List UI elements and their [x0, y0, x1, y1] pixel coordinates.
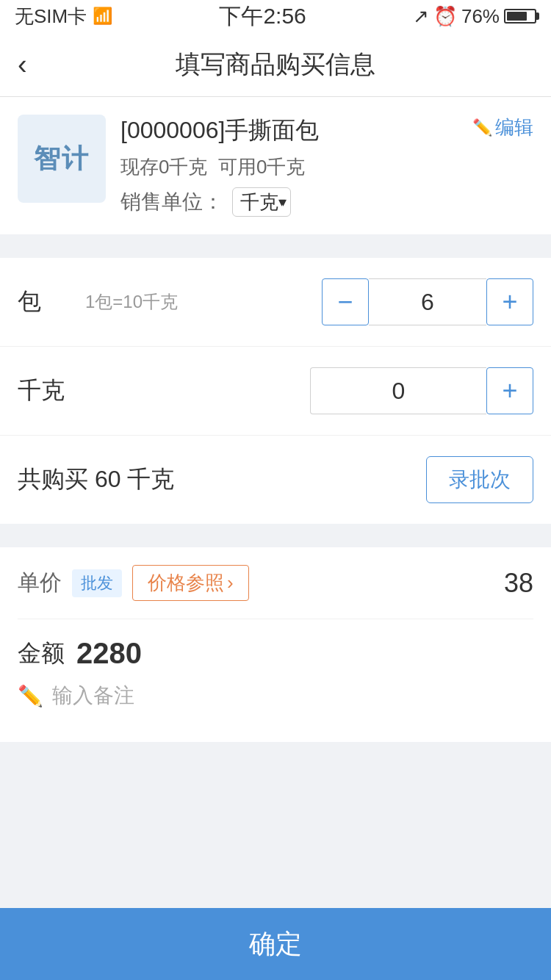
available-label: 可用0千克: [218, 156, 305, 178]
amount-section: 金额 2280 ✏️ 输入备注: [0, 619, 551, 742]
unit-select[interactable]: 千克: [232, 187, 291, 217]
quantity-bao-control: − 6 +: [322, 278, 533, 325]
price-value: 38: [504, 568, 533, 599]
quantity-kg-label: 千克: [18, 375, 76, 407]
unit-select-wrapper[interactable]: 千克 ▾: [232, 187, 291, 217]
alarm-icon: ⏰: [433, 5, 457, 28]
quantity-kg-plus[interactable]: +: [486, 367, 533, 414]
price-row: 单价 批发 价格参照 › 38: [18, 565, 533, 619]
amount-label: 金额: [18, 638, 65, 670]
product-unit-row: 销售单位： 千克 ▾: [120, 187, 533, 217]
summary-text: 共购买 60 千克: [18, 464, 174, 496]
remark-placeholder: 输入备注: [52, 682, 134, 710]
price-batch-tag: 批发: [72, 569, 122, 597]
quantity-bao-hint: 1包=10千克: [85, 290, 322, 314]
battery-fill: [507, 12, 527, 21]
stock-label: 现存0千克: [120, 156, 207, 178]
quantity-bao-minus[interactable]: −: [322, 278, 369, 325]
divider-1: [0, 246, 551, 258]
quantity-bao-plus[interactable]: +: [486, 278, 533, 325]
nav-bar: ‹ 填写商品购买信息: [0, 32, 551, 97]
carrier-label: 无SIM卡: [15, 4, 87, 29]
wifi-icon: 📶: [93, 7, 112, 26]
product-image: 智计: [18, 115, 106, 203]
battery-icon: [504, 9, 536, 24]
divider-2: [0, 536, 551, 547]
status-time: 下午2:56: [219, 1, 306, 32]
price-section: 单价 批发 价格参照 › 38: [0, 547, 551, 619]
summary-amount: 60: [95, 466, 121, 492]
product-info: [0000006]手撕面包 现存0千克 可用0千克 销售单位： 千克 ▾: [120, 115, 533, 217]
quantity-section: 包 1包=10千克 − 6 + 千克 0 +: [0, 258, 551, 436]
status-left: 无SIM卡 📶: [15, 4, 112, 29]
quantity-kg-control: 0 +: [310, 367, 533, 414]
price-ref-button[interactable]: 价格参照 ›: [132, 565, 249, 601]
price-label: 单价: [18, 568, 62, 598]
quantity-bao-row: 包 1包=10千克 − 6 +: [0, 258, 551, 347]
location-icon: ↗: [413, 5, 429, 28]
page-title: 填写商品购买信息: [176, 48, 375, 82]
amount-row: 金额 2280: [18, 637, 533, 682]
product-stock: 现存0千克 可用0千克: [120, 154, 533, 180]
summary-prefix: 共购买: [18, 466, 88, 492]
product-edit-button[interactable]: ✏️ 编辑: [472, 115, 533, 140]
amount-value: 2280: [76, 637, 142, 670]
edit-label: 编辑: [495, 115, 533, 140]
product-card: 智计 [0000006]手撕面包 现存0千克 可用0千克 销售单位： 千克 ▾: [0, 97, 551, 234]
battery-percent: 76%: [461, 5, 500, 28]
status-bar: 无SIM卡 📶 下午2:56 ↗ ⏰ 76%: [0, 0, 551, 32]
price-ref-chevron: ›: [227, 572, 234, 594]
summary-section: 共购买 60 千克 录批次: [0, 436, 551, 524]
edit-icon: ✏️: [472, 118, 492, 137]
product-name-text: 手撕面包: [225, 117, 319, 143]
price-ref-label: 价格参照: [148, 570, 224, 596]
product-code: [0000006]: [120, 117, 225, 143]
unit-label: 销售单位：: [120, 188, 223, 216]
back-button[interactable]: ‹: [18, 51, 27, 79]
remark-row[interactable]: ✏️ 输入备注: [18, 682, 533, 727]
summary-unit: 千克: [127, 466, 174, 492]
quantity-kg-row: 千克 0 +: [0, 347, 551, 436]
quantity-bao-label: 包: [18, 286, 76, 318]
status-right: ↗ ⏰ 76%: [413, 5, 536, 28]
batch-button[interactable]: 录批次: [426, 456, 533, 503]
quantity-bao-input[interactable]: 6: [369, 278, 486, 325]
confirm-button[interactable]: 确定: [0, 908, 551, 980]
pencil-icon: ✏️: [18, 684, 43, 708]
product-name: [0000006]手撕面包: [120, 115, 533, 147]
quantity-kg-input[interactable]: 0: [310, 367, 486, 414]
